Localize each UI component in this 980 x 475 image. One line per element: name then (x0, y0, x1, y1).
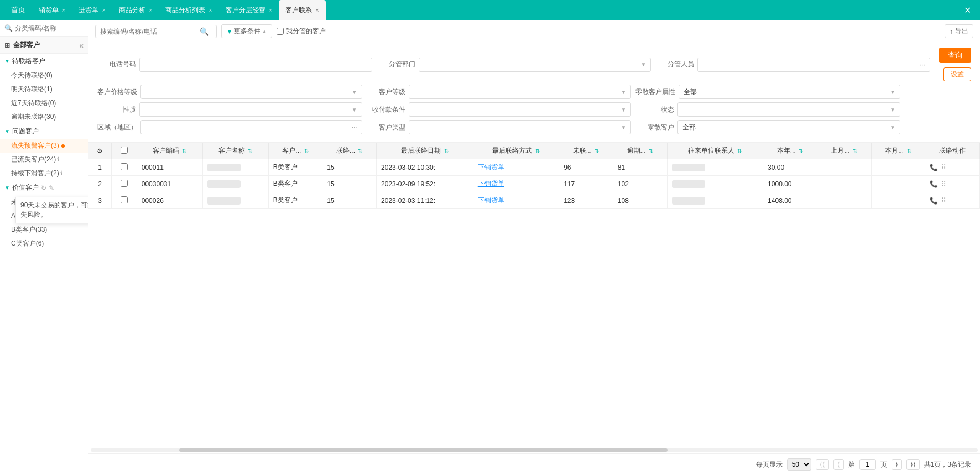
edit-icon[interactable]: ✎ (49, 184, 54, 192)
search-input[interactable] (100, 28, 200, 35)
table-gear-icon[interactable]: ⚙ (97, 147, 103, 155)
last-method-cell[interactable]: 下销货单 (473, 192, 559, 209)
col-gear[interactable]: ⚙ (88, 143, 112, 159)
settings-button[interactable]: 设置 (943, 67, 971, 81)
action-more-icon[interactable]: ⠿ (941, 180, 946, 188)
action-phone-icon[interactable]: 📞 (930, 164, 938, 171)
close-purchase-tab[interactable]: × (102, 7, 105, 13)
nature-field[interactable]: ▼ (139, 102, 362, 117)
sidebar-item-class-c[interactable]: C类客户(6) (0, 237, 88, 250)
my-customers-checkbox[interactable] (277, 28, 284, 35)
nav-tab-home[interactable]: 首页 (4, 0, 32, 20)
col-checkbox[interactable] (112, 143, 137, 159)
query-button[interactable]: 查询 (939, 48, 971, 63)
row-checkbox[interactable] (121, 163, 128, 170)
sidebar-item-declining[interactable]: 持续下滑客户(2) ℹ (0, 166, 88, 180)
last-method-cell[interactable]: 下销货单 (473, 176, 559, 192)
action-more-icon[interactable]: ⠿ (941, 197, 946, 205)
export-button[interactable]: ↑ 导出 (945, 24, 973, 38)
phone-input-field[interactable] (139, 58, 372, 72)
customer-type-field[interactable]: ▼ (409, 120, 632, 134)
nav-tab-customer-tier[interactable]: 客户分层经营 × (219, 0, 279, 20)
row-checkbox[interactable] (121, 180, 128, 187)
nav-tab-sales[interactable]: 销货单 × (32, 0, 72, 20)
actions-cell[interactable]: 📞 ⠿ (925, 176, 980, 192)
row-checkbox-cell[interactable] (112, 176, 137, 192)
my-customers-checkbox-label[interactable]: 我分管的客户 (277, 27, 326, 36)
sort-code-icon[interactable]: ⇅ (182, 148, 186, 154)
manager-input[interactable] (702, 61, 920, 69)
region-more-btn[interactable]: ··· (352, 123, 357, 131)
nav-tab-product-analysis-list[interactable]: 商品分析列表 × (159, 0, 218, 20)
sidebar-item-week-contact[interactable]: 近7天待联络(0) (0, 96, 88, 110)
all-customers-header[interactable]: ⊞ 全部客户 « (0, 37, 88, 54)
page-size-select[interactable]: 50 (787, 458, 811, 471)
action-more-icon[interactable]: ⠿ (941, 164, 946, 171)
close-product-analysis-tab[interactable]: × (149, 7, 152, 13)
sort-overdue-icon[interactable]: ⇅ (649, 148, 653, 154)
scroll-thumb[interactable] (179, 448, 667, 452)
sort-person-icon[interactable]: ⇅ (737, 148, 742, 154)
first-page-button[interactable]: ⟨⟨ (816, 459, 829, 470)
close-product-list-tab[interactable]: × (208, 7, 212, 13)
select-all-checkbox[interactable] (121, 147, 128, 154)
region-input[interactable] (145, 123, 352, 131)
sort-contact-icon[interactable]: ⇅ (358, 148, 362, 154)
dept-select-field[interactable]: ▼ (419, 58, 651, 72)
close-customer-contact-tab[interactable]: × (315, 7, 319, 13)
sidebar-item-class-b[interactable]: B类客户(33) (0, 223, 88, 237)
region-field[interactable]: ··· (140, 120, 362, 134)
nav-tab-purchase[interactable]: 进货单 × (72, 0, 112, 20)
close-sales-tab[interactable]: × (62, 7, 65, 13)
payment-field[interactable]: ▼ (409, 102, 632, 117)
refresh-icon[interactable]: ↻ (41, 184, 46, 192)
sidebar-item-tomorrow-contact[interactable]: 明天待联络(1) (0, 82, 88, 96)
row-checkbox-cell[interactable] (112, 192, 137, 209)
prev-page-button[interactable]: ⟨ (833, 459, 844, 470)
next-page-button[interactable]: ⟩ (892, 459, 902, 470)
sort-date-icon[interactable]: ⇅ (444, 148, 449, 154)
more-filter-button[interactable]: ▼ 更多条件 ▲ (221, 24, 272, 38)
last-method-link[interactable]: 下销货单 (478, 196, 504, 204)
nav-tab-customer-contact[interactable]: 客户联系 × (279, 0, 325, 20)
zero-customer-field[interactable]: 全部 ▼ (677, 120, 900, 134)
section-pending-contact[interactable]: ▼ 待联络客户 (0, 54, 88, 69)
sidebar-item-churn-warning[interactable]: 流失预警客户(3) (0, 139, 88, 153)
close-all-button[interactable]: ✕ (960, 5, 976, 15)
actions-cell[interactable]: 📞 ⠿ (925, 159, 980, 176)
sort-type-icon[interactable]: ⇅ (304, 148, 309, 154)
actions-cell[interactable]: 📞 ⠿ (925, 192, 980, 209)
sidebar-item-today-contact[interactable]: 今天待联络(0) (0, 69, 88, 82)
sort-year-icon[interactable]: ⇅ (799, 148, 803, 154)
sort-name-icon[interactable]: ⇅ (248, 148, 252, 154)
horizontal-scrollbar[interactable] (88, 446, 980, 453)
zero-attr-field[interactable]: 全部 ▼ (679, 85, 900, 99)
phone-input[interactable] (144, 61, 367, 69)
sidebar-item-churned[interactable]: 已流失客户(24) ℹ (0, 153, 88, 166)
page-number-input[interactable] (859, 459, 876, 470)
row-checkbox-cell[interactable] (112, 159, 137, 176)
nav-tab-product-analysis[interactable]: 商品分析 × (112, 0, 159, 20)
action-phone-icon[interactable]: 📞 (930, 180, 938, 188)
customer-grade-field[interactable]: ▼ (409, 85, 632, 99)
close-customer-tier-tab[interactable]: × (269, 7, 272, 13)
last-method-link[interactable]: 下销货单 (478, 180, 504, 187)
sort-last-month-icon[interactable]: ⇅ (853, 148, 857, 154)
row-checkbox[interactable] (121, 196, 128, 203)
section-value-customers[interactable]: ▼ 价值客户 ↻ ✎ (0, 180, 88, 195)
section-problem-customers[interactable]: ▼ 问题客户 (0, 124, 88, 139)
status-field[interactable]: ▼ (677, 102, 900, 117)
sidebar-item-overdue-contact[interactable]: 逾期未联络(30) (0, 110, 88, 124)
sort-this-month-icon[interactable]: ⇅ (907, 148, 911, 154)
manager-more-btn[interactable]: ··· (920, 61, 925, 69)
manager-input-field[interactable]: ··· (697, 58, 930, 72)
last-page-button[interactable]: ⟩⟩ (906, 459, 920, 470)
sidebar-search-input[interactable] (15, 24, 88, 32)
last-method-link[interactable]: 下销货单 (478, 163, 504, 171)
action-phone-icon[interactable]: 📞 (930, 197, 938, 205)
collapse-icon[interactable]: « (79, 41, 84, 50)
price-grade-field[interactable]: ▼ (140, 85, 362, 99)
sort-method-icon[interactable]: ⇅ (535, 148, 540, 154)
scroll-track[interactable] (91, 448, 978, 452)
last-method-cell[interactable]: 下销货单 (473, 159, 559, 176)
